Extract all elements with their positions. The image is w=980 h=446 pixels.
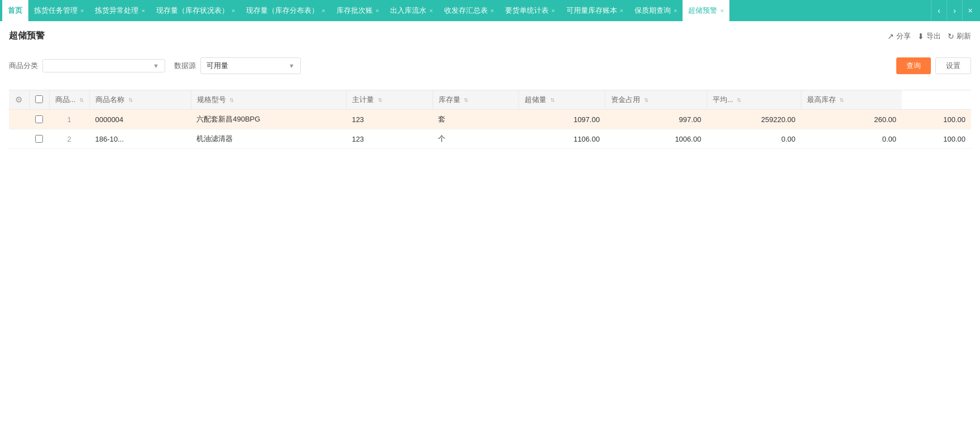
row-gear bbox=[9, 129, 29, 149]
gear-column-header: ⚙ bbox=[9, 90, 29, 110]
home-label: 首页 bbox=[8, 6, 22, 16]
filter-area: 商品分类 ▼ 数据源 可用量 ▼ 查询 设置 bbox=[9, 51, 971, 81]
row-spec: 123 bbox=[346, 129, 433, 149]
main-content: 超储预警 ↗ 分享 ⬇ 导出 ↻ 刷新 商品分类 ▼ 数据源 bbox=[0, 21, 980, 446]
row-checkbox-cell bbox=[29, 129, 49, 149]
tasks-label: 拣货任务管理 bbox=[34, 6, 78, 16]
row-index: 1 bbox=[49, 110, 89, 129]
close-icon[interactable]: × bbox=[141, 7, 145, 14]
table-body: 1 0000004 六配套新昌490BPG 123 套 1097.00 997.… bbox=[9, 110, 971, 149]
row-stock: 1106.00 bbox=[519, 129, 606, 149]
close-icon[interactable]: × bbox=[620, 7, 623, 14]
sort-icon: ⇅ bbox=[550, 97, 555, 103]
nav-tab-stock-dist[interactable]: 现存量（库存分布表） × bbox=[241, 0, 330, 21]
sort-icon: ⇅ bbox=[464, 97, 468, 103]
row-unit: 个 bbox=[433, 129, 519, 149]
export-button[interactable]: ⬇ 导出 bbox=[917, 31, 941, 41]
gear-icon[interactable]: ⚙ bbox=[15, 95, 22, 104]
capital-column-header[interactable]: 资金占用 ⇅ bbox=[606, 90, 707, 110]
sort-icon: ⇅ bbox=[128, 97, 133, 103]
product-name-column-header[interactable]: 商品名称 ⇅ bbox=[89, 90, 191, 110]
header-row: ⚙ 商品... ⇅ 商品名称 ⇅ 规格型号 ⇅ 主计量 bbox=[9, 90, 971, 110]
sort-icon: ⇅ bbox=[737, 97, 741, 103]
row-checkbox[interactable] bbox=[35, 135, 43, 143]
category-filter: 商品分类 ▼ bbox=[9, 59, 165, 72]
row-stock: 1097.00 bbox=[519, 110, 606, 129]
row-gear bbox=[9, 110, 29, 129]
nav-tab-home[interactable]: 首页 bbox=[2, 0, 28, 21]
row-avg: 260.00 bbox=[801, 110, 902, 129]
row-product-name: 六配套新昌490BPG bbox=[191, 110, 346, 129]
stock-column-header[interactable]: 库存量 ⇅ bbox=[433, 90, 519, 110]
nav-tab-stock-batch[interactable]: 库存批次账 × bbox=[331, 0, 385, 21]
table-row: 1 0000004 六配套新昌490BPG 123 套 1097.00 997.… bbox=[9, 110, 971, 129]
category-arrow-icon: ▼ bbox=[153, 62, 159, 69]
query-button[interactable]: 查询 bbox=[896, 57, 931, 74]
avg-column-header[interactable]: 平均... ⇅ bbox=[707, 90, 801, 110]
category-select[interactable]: ▼ bbox=[42, 59, 165, 72]
nav-arrow-more[interactable]: × bbox=[962, 0, 978, 21]
export-label: 导出 bbox=[926, 31, 941, 41]
close-icon[interactable]: × bbox=[376, 7, 379, 14]
table-row: 2 186-10... 机油滤清器 123 个 1106.00 1006.00 … bbox=[9, 129, 971, 149]
row-max-stock: 100.00 bbox=[902, 129, 971, 149]
close-icon[interactable]: × bbox=[551, 7, 555, 14]
overstock-label: 超储预警 bbox=[688, 6, 717, 16]
in-out-label: 出入库流水 bbox=[390, 6, 426, 16]
unit-column-header[interactable]: 主计量 ⇅ bbox=[346, 90, 433, 110]
export-icon: ⬇ bbox=[917, 32, 924, 41]
nav-tab-overstock[interactable]: 超储预警 × bbox=[683, 0, 729, 21]
product-code-column-header[interactable]: 商品... ⇅ bbox=[49, 90, 89, 110]
nav-tab-tasks[interactable]: 拣货任务管理 × bbox=[28, 0, 89, 21]
nav-tab-stock-status[interactable]: 现存量（库存状况表） × bbox=[151, 0, 241, 21]
sort-icon: ⇅ bbox=[644, 97, 648, 103]
nav-tab-requisition[interactable]: 要货单统计表 × bbox=[499, 0, 560, 21]
refresh-label: 刷新 bbox=[957, 31, 971, 41]
row-max-stock: 100.00 bbox=[902, 110, 971, 129]
row-spec: 123 bbox=[346, 110, 433, 129]
close-icon[interactable]: × bbox=[429, 7, 433, 14]
share-icon: ↗ bbox=[887, 32, 894, 41]
row-index: 2 bbox=[49, 129, 89, 149]
header-actions: ↗ 分享 ⬇ 导出 ↻ 刷新 bbox=[887, 31, 971, 41]
row-capital: 0.00 bbox=[707, 129, 801, 149]
close-icon[interactable]: × bbox=[80, 7, 84, 14]
overstock-column-header[interactable]: 超储量 ⇅ bbox=[519, 90, 606, 110]
stock-status-label: 现存量（库存状况表） bbox=[156, 6, 229, 16]
page-header: 超储预警 ↗ 分享 ⬇ 导出 ↻ 刷新 bbox=[9, 30, 971, 42]
stock-batch-label: 库存批次账 bbox=[337, 6, 373, 16]
select-all-checkbox[interactable] bbox=[35, 95, 43, 103]
nav-arrow-right[interactable]: › bbox=[947, 0, 962, 21]
nav-tab-quality[interactable]: 保质期查询 × bbox=[629, 0, 683, 21]
row-checkbox[interactable] bbox=[35, 115, 43, 123]
nav-arrows: ‹ › × bbox=[931, 0, 978, 21]
stock-dist-label: 现存量（库存分布表） bbox=[246, 6, 319, 16]
max-stock-column-header[interactable]: 最高库存 ⇅ bbox=[801, 90, 902, 110]
refresh-button[interactable]: ↻ 刷新 bbox=[948, 31, 971, 41]
abnormal-label: 拣货异常处理 bbox=[95, 6, 138, 16]
checkbox-column-header bbox=[29, 90, 49, 110]
datasource-arrow-icon: ▼ bbox=[289, 62, 295, 69]
nav-tab-collect[interactable]: 收发存汇总表 × bbox=[439, 0, 499, 21]
nav-tab-available[interactable]: 可用量库存账本 × bbox=[561, 0, 629, 21]
close-icon[interactable]: × bbox=[720, 7, 723, 14]
datasource-value: 可用量 bbox=[206, 61, 228, 71]
category-label: 商品分类 bbox=[9, 61, 38, 71]
spec-column-header[interactable]: 规格型号 ⇅ bbox=[191, 90, 346, 110]
share-button[interactable]: ↗ 分享 bbox=[887, 31, 911, 41]
nav-tab-abnormal[interactable]: 拣货异常处理 × bbox=[89, 0, 150, 21]
close-icon[interactable]: × bbox=[674, 7, 677, 14]
datasource-select[interactable]: 可用量 ▼ bbox=[200, 57, 301, 74]
row-capital: 259220.00 bbox=[707, 110, 801, 129]
close-icon[interactable]: × bbox=[491, 7, 494, 14]
nav-arrow-left[interactable]: ‹ bbox=[931, 0, 947, 21]
data-table: ⚙ 商品... ⇅ 商品名称 ⇅ 规格型号 ⇅ 主计量 bbox=[9, 90, 971, 149]
nav-tab-in-out[interactable]: 出入库流水 × bbox=[385, 0, 438, 21]
row-overstock: 997.00 bbox=[606, 110, 707, 129]
close-icon[interactable]: × bbox=[232, 7, 235, 14]
settings-button[interactable]: 设置 bbox=[935, 57, 971, 74]
sort-icon: ⇅ bbox=[79, 97, 84, 103]
datasource-filter: 数据源 可用量 ▼ bbox=[174, 57, 301, 74]
close-icon[interactable]: × bbox=[321, 7, 325, 14]
row-checkbox-cell bbox=[29, 110, 49, 129]
